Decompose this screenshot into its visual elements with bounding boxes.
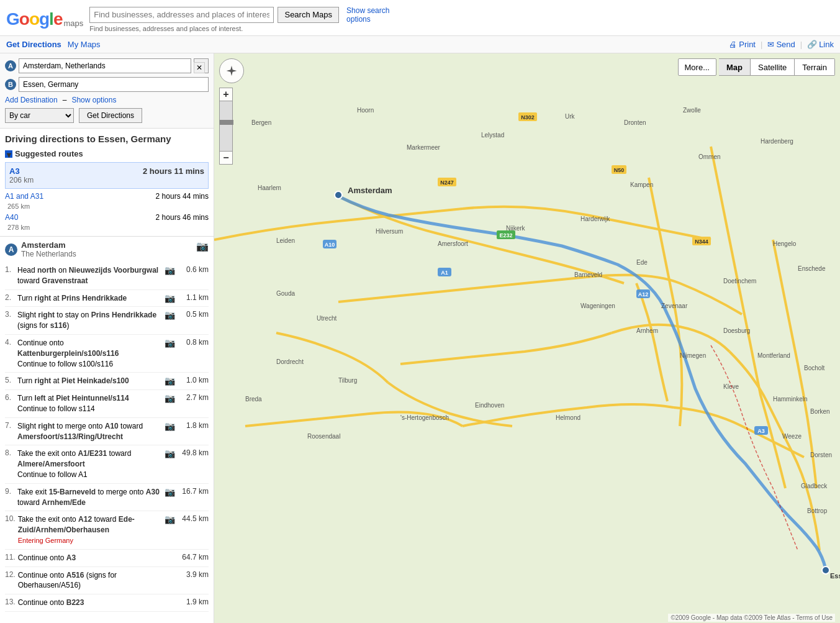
nav-print[interactable]: 🖨 Print bbox=[729, 40, 756, 49]
svg-text:Hardenberg: Hardenberg bbox=[761, 138, 793, 145]
svg-text:Gouda: Gouda bbox=[276, 290, 295, 297]
step-13: 13. Continue onto B223 📷 1.9 km bbox=[5, 594, 209, 612]
step-4-camera-icon[interactable]: 📷 bbox=[165, 338, 175, 348]
step-10: 10. Take the exit onto A12 toward Ede-Zu… bbox=[5, 511, 209, 549]
svg-text:Weeze: Weeze bbox=[782, 433, 802, 440]
step-6: 6. Turn left at Piet Heintunnel/s114Cont… bbox=[5, 390, 209, 418]
nav-actions: 🖨 Print | ✉ Send | 🔗 Link bbox=[729, 40, 834, 49]
route-a40-link[interactable]: A40 bbox=[5, 213, 18, 222]
svg-text:N302: N302 bbox=[521, 114, 535, 121]
search-button[interactable]: Search Maps bbox=[278, 7, 339, 23]
nav-my-maps[interactable]: My Maps bbox=[68, 40, 101, 49]
svg-text:Hoorn: Hoorn bbox=[357, 107, 374, 114]
routes-header: ▼ Suggested routes bbox=[5, 149, 209, 158]
route-a1-a31-link[interactable]: A1 and A31 bbox=[5, 192, 43, 201]
map-svg: Amsterdam Essen Bergen Hoorn Markermeer … bbox=[214, 53, 840, 623]
nav-arrows bbox=[219, 58, 244, 83]
step-11: 11. Continue onto A3 📷 64.7 km bbox=[5, 550, 209, 567]
svg-rect-1 bbox=[214, 53, 840, 623]
start-camera-icon[interactable]: 📷 bbox=[196, 240, 209, 252]
svg-text:A1: A1 bbox=[441, 270, 448, 276]
to-input[interactable] bbox=[19, 77, 209, 92]
map-background: Amsterdam Essen Bergen Hoorn Markermeer … bbox=[214, 53, 840, 623]
step-9-camera-icon[interactable]: 📷 bbox=[165, 487, 175, 497]
step-8-camera-icon[interactable]: 📷 bbox=[165, 448, 175, 458]
svg-text:Dronten: Dronten bbox=[624, 119, 646, 126]
step-6-camera-icon[interactable]: 📷 bbox=[165, 393, 175, 403]
map-type-satellite-button[interactable]: Satellite bbox=[751, 58, 795, 76]
collapse-routes-icon[interactable]: ▼ bbox=[5, 150, 12, 158]
svg-text:Enschede: Enschede bbox=[798, 265, 826, 272]
svg-text:A3: A3 bbox=[757, 428, 765, 434]
map-pan-control[interactable] bbox=[219, 58, 244, 83]
add-destination-link[interactable]: Add Destination bbox=[5, 96, 58, 104]
header: Google maps Search Maps Show search opti… bbox=[0, 0, 840, 36]
step-8: 8. Take the exit onto A1/E231 toward Alm… bbox=[5, 445, 209, 483]
svg-text:Bergen: Bergen bbox=[251, 119, 271, 126]
waypoint-row-b: B bbox=[5, 77, 209, 92]
start-country: The Netherlands bbox=[21, 250, 76, 258]
map-area[interactable]: Amsterdam Essen Bergen Hoorn Markermeer … bbox=[214, 53, 840, 623]
zoom-in-button[interactable]: + bbox=[219, 88, 233, 101]
step-1-camera-icon[interactable]: 📷 bbox=[165, 265, 175, 275]
waypoint-marker-b: B bbox=[5, 79, 16, 90]
svg-text:E232: E232 bbox=[499, 232, 512, 239]
svg-text:Markermeer: Markermeer bbox=[407, 144, 441, 151]
svg-text:Dordrecht: Dordrecht bbox=[276, 358, 304, 365]
search-input[interactable] bbox=[89, 7, 274, 23]
step-1: 1. Head north on Nieuwezijds Voorburgwal… bbox=[5, 262, 209, 290]
transport-select[interactable]: By car By public transit Walking bbox=[5, 108, 74, 123]
step-2: 2. Turn right at Prins Hendrikkade 📷 1.1… bbox=[5, 290, 209, 307]
map-type-terrain-button[interactable]: Terrain bbox=[795, 58, 835, 76]
svg-text:Doetinchem: Doetinchem bbox=[723, 278, 756, 284]
dir-links: Add Destination – Show options bbox=[5, 96, 209, 104]
svg-text:'s-Hertogenbosch: 's-Hertogenbosch bbox=[400, 414, 449, 421]
search-row: Search Maps Show search options bbox=[89, 6, 400, 24]
zoom-out-button[interactable]: − bbox=[219, 151, 233, 165]
step-2-camera-icon[interactable]: 📷 bbox=[165, 293, 175, 303]
svg-text:Amsterdam: Amsterdam bbox=[348, 186, 392, 195]
more-button[interactable]: More... bbox=[678, 58, 716, 76]
zoom-slider[interactable] bbox=[219, 101, 233, 151]
svg-text:Essen: Essen bbox=[830, 572, 840, 580]
sidebar: A ⇄ B Add Destination – Show options By … bbox=[0, 53, 214, 623]
svg-text:Borken: Borken bbox=[810, 408, 830, 415]
step-7-camera-icon[interactable]: 📷 bbox=[165, 421, 175, 431]
from-input[interactable] bbox=[19, 58, 191, 73]
get-directions-button[interactable]: Get Directions bbox=[79, 108, 142, 123]
svg-text:Haarlem: Haarlem bbox=[258, 184, 281, 191]
route-item-a40[interactable]: A40 2 hours 46 mins bbox=[5, 211, 209, 224]
step-3-camera-icon[interactable]: 📷 bbox=[165, 310, 175, 320]
svg-text:Hilversum: Hilversum bbox=[376, 228, 403, 235]
step-10-camera-icon[interactable]: 📷 bbox=[165, 514, 175, 524]
search-subtitle: Find businesses, addresses and places of… bbox=[89, 25, 400, 32]
route-item-a1-a31[interactable]: A1 and A31 2 hours 44 mins bbox=[5, 190, 209, 202]
svg-text:Roosendaal: Roosendaal bbox=[307, 433, 340, 440]
show-options-link[interactable]: Show options bbox=[71, 96, 116, 104]
svg-text:Ede: Ede bbox=[636, 259, 648, 266]
logo: Google maps bbox=[6, 9, 83, 29]
nav-send[interactable]: ✉ Send bbox=[767, 40, 795, 49]
map-type-map-button[interactable]: Map bbox=[719, 58, 751, 76]
svg-text:Helmond: Helmond bbox=[556, 414, 580, 421]
svg-text:Urk: Urk bbox=[565, 113, 576, 120]
step-12: 12. Continue onto A516 (signs for Oberha… bbox=[5, 567, 209, 595]
svg-text:A12: A12 bbox=[638, 291, 649, 298]
email-icon: ✉ bbox=[767, 40, 774, 49]
step-9: 9. Take exit 15-Barneveld to merge onto … bbox=[5, 484, 209, 512]
nav-get-directions[interactable]: Get Directions bbox=[6, 40, 61, 49]
svg-text:Arnhem: Arnhem bbox=[636, 327, 658, 334]
nav-link[interactable]: 🔗 Link bbox=[807, 40, 834, 49]
waypoint-marker-a: A bbox=[5, 60, 16, 71]
logo-maps-text: maps bbox=[63, 19, 83, 28]
svg-point-2 bbox=[335, 191, 342, 199]
close-form-button[interactable]: ✕ bbox=[194, 62, 205, 73]
step-5-camera-icon[interactable]: 📷 bbox=[165, 376, 175, 386]
suggested-routes: ▼ Suggested routes A3 2 hours 11 mins 20… bbox=[0, 147, 214, 236]
compass-icon bbox=[225, 65, 238, 77]
svg-text:Nijmegen: Nijmegen bbox=[680, 352, 706, 359]
svg-text:Tilburg: Tilburg bbox=[338, 377, 357, 384]
map-controls-top-right: More... Map Satellite Terrain bbox=[678, 58, 835, 76]
route-item-a3[interactable]: A3 2 hours 11 mins 206 km bbox=[5, 162, 209, 189]
search-options-link[interactable]: Show search options bbox=[346, 6, 400, 24]
